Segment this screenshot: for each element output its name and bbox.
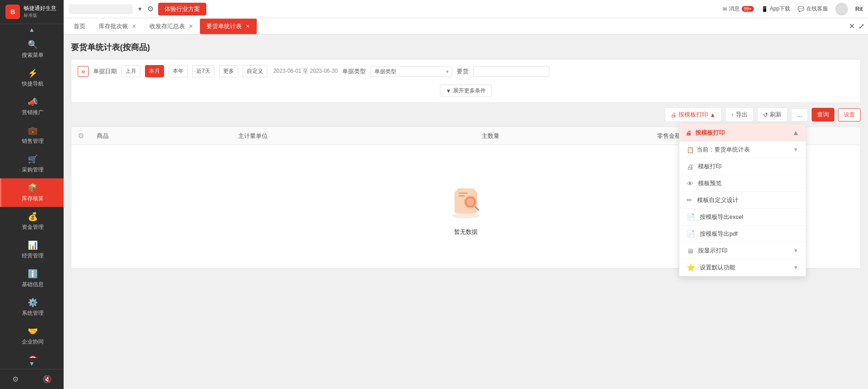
- more-btn[interactable]: ...: [791, 108, 808, 121]
- default-func-icon: ⭐: [687, 263, 695, 272]
- sidebar-bottom: ⚙ 🔇: [0, 369, 64, 389]
- message-badge: 99+: [742, 6, 754, 12]
- avatar[interactable]: [835, 3, 848, 15]
- export-icon: ↑: [731, 111, 734, 118]
- goods-filter-label: 要货: [457, 67, 469, 76]
- sidebar-item-sales[interactable]: 💼销售管理: [0, 121, 64, 150]
- dropdown-btn[interactable]: ▼: [137, 6, 143, 12]
- purchase-label: 采购管理: [22, 166, 44, 174]
- template-design-label: 模板自定义设计: [697, 196, 738, 204]
- sidebar-item-quick-nav[interactable]: ⚡快捷导航: [0, 64, 64, 92]
- tab-batch-account[interactable]: 库存批次账 ✕: [92, 19, 143, 34]
- sidebar-item-search[interactable]: 🔍搜索菜单: [0, 35, 64, 64]
- template-excel-item[interactable]: 📄 按模板导出excel: [679, 209, 806, 226]
- col-goods: 商品: [90, 127, 232, 145]
- template-design-item[interactable]: ✏ 模板自定义设计: [679, 192, 806, 209]
- date-btn-last-month[interactable]: 上月: [121, 65, 140, 77]
- tab-order-summary[interactable]: 要货单统计表 ✕: [200, 19, 257, 34]
- purchase-icon: 🛒: [28, 154, 38, 164]
- finance-label: 资金管理: [22, 223, 44, 231]
- tab-order-summary-close[interactable]: ✕: [245, 23, 250, 30]
- template-pdf-icon: 📄: [687, 230, 695, 238]
- toolbar: 🖨 按模板打印 ▲ ↑ 导出 ↺ 刷新 ... 查询 设置: [71, 107, 861, 122]
- sidebar-item-finance[interactable]: 💰资金管理: [0, 207, 64, 236]
- scroll-up-button[interactable]: ▲: [0, 24, 64, 35]
- table-settings-btn[interactable]: 设置: [838, 108, 861, 121]
- template-print-label: 模板打印: [698, 162, 722, 171]
- date-btn-7days[interactable]: 近7天: [192, 65, 215, 77]
- refresh-label: 刷新: [770, 111, 782, 119]
- expand-more-btn[interactable]: ▼ 展开更多条件: [440, 85, 492, 97]
- mute-icon[interactable]: 🔇: [41, 373, 54, 385]
- sidebar-item-system[interactable]: ⚙️系统管理: [0, 293, 64, 322]
- refresh-icon: ↺: [763, 111, 768, 118]
- template-pdf-item[interactable]: 📄 按模板导出pdf: [679, 226, 806, 242]
- col-qty: 主数量: [475, 127, 651, 145]
- sales-icon: 💼: [28, 126, 38, 136]
- sidebar-item-cooperation[interactable]: 🤝企业协同: [0, 322, 64, 350]
- sidebar-item-inventory[interactable]: 📦库存核算: [0, 178, 64, 207]
- page-content: 要货单统计表(按商品) » 单据日期 上月 本月 本年 近7天 更多 自定义 2…: [64, 35, 868, 389]
- empty-icon: [443, 177, 489, 222]
- search-input[interactable]: [69, 4, 133, 14]
- tab-maximize-btn[interactable]: ⤢: [858, 22, 864, 30]
- template-preview-item[interactable]: 👁 模板预览: [679, 175, 806, 192]
- refresh-btn[interactable]: ↺ 刷新: [757, 107, 788, 122]
- industry-btn[interactable]: 体验行业方案: [158, 3, 206, 15]
- current-icon: 📋: [687, 147, 694, 153]
- scroll-down-button[interactable]: ▼: [0, 358, 64, 369]
- empty-text: 暂无数据: [454, 228, 478, 236]
- filter-toggle-btn[interactable]: »: [78, 66, 89, 77]
- default-func-item[interactable]: ⭐ 设置默认功能 ▼: [679, 259, 806, 276]
- print-template-btn[interactable]: 🖨 按模板打印 ▲: [665, 107, 722, 122]
- search-label: 搜索菜单: [22, 51, 44, 59]
- sidebar-item-operations[interactable]: 📊经营管理: [0, 236, 64, 264]
- tab-collection-summary-label: 收发存汇总表: [150, 22, 185, 30]
- col-unit: 主计量单位: [232, 127, 475, 145]
- sidebar-item-purchase[interactable]: 🛒采购管理: [0, 150, 64, 178]
- type-select[interactable]: 单据类型: [370, 66, 452, 77]
- date-btn-this-year[interactable]: 本年: [169, 65, 188, 77]
- tab-batch-account-close[interactable]: ✕: [132, 23, 136, 30]
- print-dropdown-title: 按模板打印: [695, 129, 725, 137]
- display-print-icon: 🖥: [687, 247, 693, 255]
- tab-collection-summary[interactable]: 收发存汇总表 ✕: [143, 19, 200, 34]
- type-select-wrapper: 单据类型 ▼: [370, 66, 452, 77]
- message-btn[interactable]: ✉ 消息 99+: [723, 5, 754, 13]
- display-print-item[interactable]: 🖥 按显示打印 ▼: [679, 242, 806, 259]
- template-print-item[interactable]: 🖨 模板打印: [679, 158, 806, 175]
- goods-filter-input[interactable]: [473, 66, 549, 77]
- logo-text-area: 畅捷通好生意 标准版: [24, 5, 56, 19]
- query-btn[interactable]: 查询: [812, 108, 834, 121]
- app-download-btn[interactable]: 📱 App下载: [761, 5, 790, 13]
- current-arrow-icon: ▼: [793, 147, 798, 153]
- template-excel-icon: 📄: [687, 213, 695, 221]
- tab-collection-summary-close[interactable]: ✕: [189, 23, 193, 30]
- more-label: ...: [797, 111, 802, 118]
- date-btn-custom[interactable]: 自定义: [243, 65, 267, 77]
- sidebar-item-guide[interactable]: 🎯新手引导: [0, 350, 64, 358]
- settings-icon[interactable]: ⚙: [10, 373, 20, 385]
- tab-close-all-btn[interactable]: ✕: [849, 22, 855, 30]
- sidebar-item-basic-info[interactable]: ℹ️基础信息: [0, 264, 64, 293]
- online-service-btn[interactable]: 💬 在线客服: [798, 5, 828, 13]
- tab-home-label: 首页: [74, 22, 85, 30]
- export-btn[interactable]: ↑ 导出: [725, 107, 754, 122]
- tab-home[interactable]: 首页: [67, 19, 92, 34]
- username-label: Rit: [855, 5, 863, 12]
- topbar-settings-btn[interactable]: ⚙: [147, 5, 154, 13]
- gear-icon[interactable]: ⚙: [78, 132, 84, 140]
- date-btn-this-month[interactable]: 本月: [145, 65, 164, 77]
- print-current-item[interactable]: 📋 当前：要货单统计表 ▼: [679, 141, 806, 158]
- print-dropdown-close-btn[interactable]: ▲: [792, 129, 799, 137]
- finance-icon: 💰: [28, 212, 38, 222]
- system-icon: ⚙️: [28, 298, 38, 308]
- type-filter-label: 单据类型: [342, 67, 366, 76]
- print-header-icon: 🖨: [686, 130, 692, 136]
- sidebar: B 畅捷通好生意 标准版 ▲ 🔍搜索菜单⚡快捷导航📣营销推广💼销售管理🛒采购管理…: [0, 0, 64, 389]
- app-icon: 📱: [761, 6, 768, 12]
- print-dropdown-title-area: 🖨 按模板打印: [686, 129, 725, 137]
- date-btn-more[interactable]: 更多: [219, 65, 238, 77]
- sidebar-item-marketing[interactable]: 📣营销推广: [0, 92, 64, 121]
- sidebar-nav: 🔍搜索菜单⚡快捷导航📣营销推广💼销售管理🛒采购管理📦库存核算💰资金管理📊经营管理…: [0, 35, 64, 358]
